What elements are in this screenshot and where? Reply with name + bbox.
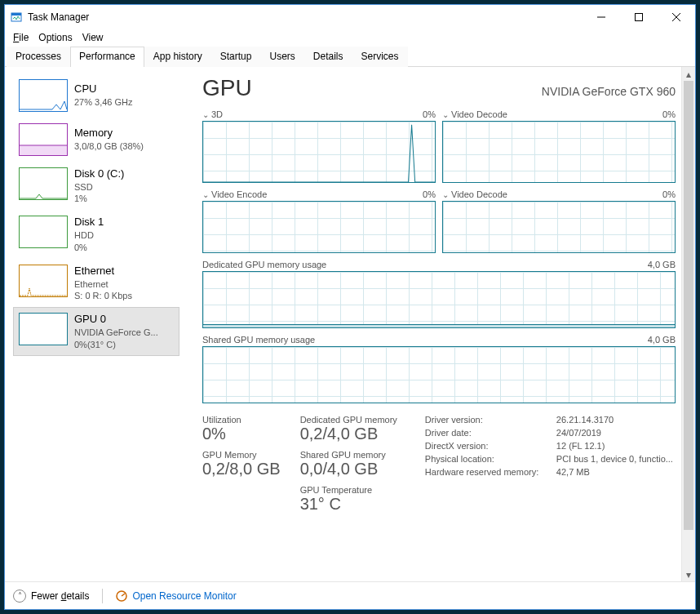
svg-rect-6 (20, 145, 67, 155)
tab-app-history[interactable]: App history (144, 47, 211, 67)
kv-key: Driver version: (425, 415, 552, 425)
ethernet-thumb-icon (19, 265, 68, 297)
sidebar-item-sub: 3,0/8,0 GB (38%) (74, 140, 144, 152)
svg-line-9 (122, 594, 125, 596)
sidebar-item-sub: NVIDIA GeForce G... (74, 327, 158, 338)
stat-label: GPU Temperature (300, 485, 397, 495)
titlebar[interactable]: Task Manager (5, 5, 695, 29)
sidebar-item-label: Ethernet (74, 265, 132, 278)
sidebar-item-gpu0[interactable]: GPU 0 NVIDIA GeForce G... 0%(31° C) (13, 307, 179, 355)
stat-label: Shared GPU memory (300, 450, 397, 460)
task-manager-window: Task Manager File Options View Processes… (4, 4, 696, 610)
gpu-thumb-icon (19, 313, 68, 345)
sidebar-item-sub: HDD (74, 229, 104, 241)
monitor-icon (116, 590, 127, 602)
separator (102, 589, 103, 603)
disk-thumb-icon (19, 216, 68, 248)
chart-shared-memory[interactable]: Shared GPU memory usage4,0 GB (202, 335, 676, 403)
kv-key: Physical location: (425, 454, 552, 464)
sidebar-item-label: Disk 1 (74, 216, 104, 229)
sidebar-item-label: GPU 0 (74, 313, 158, 327)
stat-label: Dedicated GPU memory (300, 415, 397, 425)
sidebar-item-label: Memory (74, 127, 144, 140)
stat-value: 0,2/4,0 GB (300, 425, 397, 443)
chevron-down-icon: ⌄ (202, 190, 209, 199)
sidebar-item-memory[interactable]: Memory 3,0/8,0 GB (38%) (13, 118, 179, 162)
sidebar-item-sub: 27% 3,46 GHz (74, 96, 133, 108)
window-title: Task Manager (28, 11, 89, 23)
maximize-button[interactable] (620, 5, 658, 29)
stat-value: 0% (202, 425, 281, 443)
stat-label: Utilization (202, 415, 281, 425)
vertical-scrollbar[interactable]: ▴ ▾ (681, 67, 695, 581)
tab-startup[interactable]: Startup (211, 47, 261, 67)
stats-panel: Utilization 0% GPU Memory 0,2/8,0 GB Ded… (202, 415, 676, 514)
sidebar-item-sub2: S: 0 R: 0 Kbps (74, 290, 132, 301)
fewer-details-button[interactable]: ˄ Fewer details (13, 590, 89, 603)
sidebar-item-sub2: 0%(31° C) (74, 339, 158, 350)
menubar: File Options View (5, 29, 695, 46)
tab-processes[interactable]: Processes (7, 47, 70, 67)
sidebar-item-sub: SSD (74, 181, 124, 193)
scroll-down-button[interactable]: ▾ (682, 567, 695, 581)
kv-val: 24/07/2019 (556, 428, 601, 438)
chevron-down-icon: ⌄ (442, 110, 449, 119)
scroll-track[interactable] (682, 81, 695, 567)
page-title: GPU (202, 75, 252, 101)
kv-key: DirectX version: (425, 441, 552, 451)
kv-key: Hardware reserved memory: (425, 467, 552, 477)
close-button[interactable] (658, 5, 695, 29)
sidebar-item-sub: Ethernet (74, 278, 132, 290)
chart-video-decode-2[interactable]: ⌄Video Decode0% (442, 189, 676, 253)
sidebar-item-disk1[interactable]: Disk 1 HDD 0% (13, 210, 179, 258)
kv-val: 26.21.14.3170 (556, 415, 614, 425)
chevron-down-icon: ⌄ (202, 110, 209, 119)
content-area: CPU 27% 3,46 GHz Memory 3,0/8,0 GB (38%) (5, 67, 695, 581)
device-name: NVIDIA GeForce GTX 960 (542, 85, 676, 98)
disk-thumb-icon (19, 167, 68, 200)
tab-users[interactable]: Users (260, 47, 303, 67)
sidebar-item-disk0[interactable]: Disk 0 (C:) SSD 1% (13, 162, 179, 210)
chart-video-encode[interactable]: ⌄Video Encode0% (202, 189, 436, 253)
chart-3d[interactable]: ⌄3D0% (202, 109, 436, 183)
stat-label: GPU Memory (202, 450, 281, 460)
minimize-button[interactable] (583, 5, 620, 29)
kv-val: 42,7 MB (556, 467, 590, 477)
footer: ˄ Fewer details Open Resource Monitor (5, 581, 695, 609)
cpu-thumb-icon (19, 79, 68, 112)
chart-video-decode-1[interactable]: ⌄Video Decode0% (442, 109, 676, 183)
open-resource-monitor-link[interactable]: Open Resource Monitor (116, 590, 236, 602)
memory-thumb-icon (19, 123, 68, 156)
sidebar-item-sub2: 0% (74, 242, 104, 253)
sidebar: CPU 27% 3,46 GHz Memory 3,0/8,0 GB (38%) (5, 67, 179, 581)
kv-key: Driver date: (425, 428, 552, 438)
sidebar-item-label: Disk 0 (C:) (74, 167, 124, 181)
main-panel: GPU NVIDIA GeForce GTX 960 ⌄3D0% ⌄Video … (179, 67, 695, 581)
sidebar-item-cpu[interactable]: CPU 27% 3,46 GHz (13, 73, 179, 118)
tab-strip: Processes Performance App history Startu… (5, 46, 695, 67)
scroll-up-button[interactable]: ▴ (682, 67, 695, 81)
scroll-thumb[interactable] (684, 81, 693, 530)
menu-options[interactable]: Options (38, 32, 72, 43)
app-icon (10, 11, 23, 24)
stat-value: 31° C (300, 495, 397, 514)
stat-value: 0,0/4,0 GB (300, 460, 397, 478)
svg-rect-3 (636, 14, 643, 21)
sidebar-item-label: CPU (74, 82, 133, 96)
kv-val: 12 (FL 12.1) (556, 441, 605, 451)
chart-dedicated-memory[interactable]: Dedicated GPU memory usage4,0 GB (202, 260, 676, 328)
svg-rect-1 (11, 13, 21, 16)
menu-view[interactable]: View (82, 32, 104, 43)
chevron-down-icon: ⌄ (442, 190, 449, 199)
kv-val: PCI bus 1, device 0, functio... (556, 454, 673, 464)
chevron-up-icon: ˄ (13, 590, 26, 603)
tab-performance[interactable]: Performance (70, 47, 144, 67)
tab-details[interactable]: Details (304, 47, 352, 67)
tab-services[interactable]: Services (352, 47, 408, 67)
sidebar-item-ethernet[interactable]: Ethernet Ethernet S: 0 R: 0 Kbps (13, 259, 179, 307)
stat-value: 0,2/8,0 GB (202, 460, 281, 478)
sidebar-item-sub2: 1% (74, 193, 124, 204)
menu-file[interactable]: File (13, 32, 29, 43)
